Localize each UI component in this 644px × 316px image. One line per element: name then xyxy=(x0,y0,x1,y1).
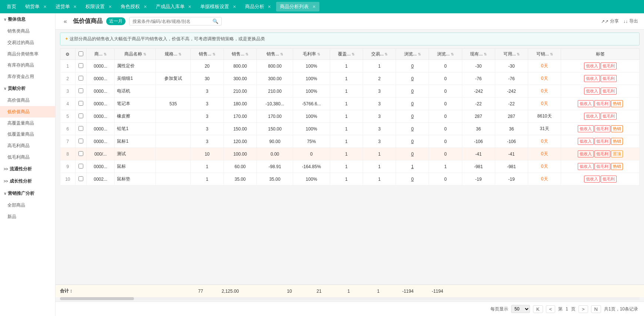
col-qty[interactable]: 销售... xyxy=(191,49,224,60)
sidebar-item-traded-products[interactable]: 交易过的商品 xyxy=(0,37,55,48)
first-page-button[interactable]: K xyxy=(533,305,543,313)
view1-link[interactable]: 0 xyxy=(411,152,414,157)
cell-checkbox[interactable] xyxy=(75,60,86,72)
nav-product-analysis-list[interactable]: 商品分析列表 ✕ xyxy=(276,2,319,11)
sidebar-item-all-products[interactable]: 全部商品 xyxy=(0,200,55,211)
close-icon[interactable]: ✕ xyxy=(268,4,271,9)
col-sellable[interactable]: 可销... xyxy=(528,49,561,60)
row-checkbox[interactable] xyxy=(78,76,83,81)
row-checkbox[interactable] xyxy=(78,176,83,181)
search-input[interactable] xyxy=(133,19,210,24)
sidebar-section-liquidity[interactable]: > 流通性分析 xyxy=(0,163,55,175)
col-margin[interactable]: 毛利率 xyxy=(293,49,330,60)
col-sales[interactable]: 销售... xyxy=(256,49,293,60)
nav-sales-order[interactable]: 销货单 ✕ xyxy=(21,2,50,11)
cell-checkbox[interactable] xyxy=(75,148,86,160)
cell-view1[interactable]: 0 xyxy=(396,72,429,85)
view1-link[interactable]: 0 xyxy=(411,64,414,69)
last-page-button[interactable]: N xyxy=(591,305,601,313)
cell-checkbox[interactable] xyxy=(75,173,86,186)
sidebar-item-low-margin[interactable]: 低毛利商品 xyxy=(0,152,55,163)
col-checkbox[interactable] xyxy=(75,49,86,60)
cell-view1[interactable]: 0 xyxy=(396,173,429,186)
sidebar-item-high-coverage[interactable]: 高覆盖量商品 xyxy=(0,118,55,129)
search-box[interactable] xyxy=(129,17,222,26)
view1-link[interactable]: 0 xyxy=(411,177,414,182)
row-checkbox[interactable] xyxy=(78,101,83,106)
close-icon[interactable]: ✕ xyxy=(233,4,236,9)
sidebar-item-stocked-products[interactable]: 有库存的商品 xyxy=(0,60,55,71)
row-checkbox[interactable] xyxy=(78,151,83,156)
close-icon[interactable]: ✕ xyxy=(144,4,147,9)
sidebar-section-contribution[interactable]: 贡献分析 xyxy=(0,82,55,95)
cell-checkbox[interactable] xyxy=(75,98,86,110)
col-current[interactable]: 现有... xyxy=(462,49,495,60)
sidebar-item-new-products[interactable]: 新品 xyxy=(0,211,55,222)
col-coverage[interactable]: 覆盖... xyxy=(330,49,363,60)
col-gear[interactable] xyxy=(60,49,76,60)
cell-view1[interactable]: 0 xyxy=(396,60,429,72)
select-all-checkbox[interactable] xyxy=(78,51,83,56)
gear-icon[interactable] xyxy=(66,52,70,57)
nav-permission[interactable]: 权限设置 ✕ xyxy=(82,2,115,11)
cell-view1[interactable]: 1 xyxy=(396,160,429,173)
cell-view1[interactable]: 0 xyxy=(396,110,429,123)
sidebar-item-low-coverage[interactable]: 低覆盖量商品 xyxy=(0,129,55,140)
col-trade[interactable]: 交易... xyxy=(363,49,396,60)
nav-product-inbound[interactable]: 产成品入库单 ✕ xyxy=(152,2,195,11)
cell-checkbox[interactable] xyxy=(75,123,86,135)
table-wrapper[interactable]: 商... 商品名称 规格... 销售... 销售... 销售... 毛利率 覆盖… xyxy=(56,48,644,284)
scrollbar-thumb[interactable] xyxy=(60,297,134,300)
row-checkbox[interactable] xyxy=(78,113,83,118)
nav-template-settings[interactable]: 单据模板设置 ✕ xyxy=(197,2,240,11)
cell-view1[interactable]: 0 xyxy=(396,85,429,98)
view1-link[interactable]: 1 xyxy=(411,164,414,169)
sidebar-section-growth[interactable]: > 成长性分析 xyxy=(0,175,55,187)
col-price[interactable]: 销售... xyxy=(224,49,256,60)
collapse-button[interactable]: « xyxy=(61,17,69,26)
nav-role-auth[interactable]: 角色授权 ✕ xyxy=(117,2,151,11)
sidebar-section-overall[interactable]: 整体信息 xyxy=(0,13,55,26)
sidebar-item-high-value[interactable]: 高价值商品 xyxy=(0,95,55,106)
next-page-button[interactable]: > xyxy=(578,305,588,313)
col-name[interactable]: 商品名称 xyxy=(115,49,156,60)
view1-link[interactable]: 0 xyxy=(411,139,414,144)
col-view2[interactable]: 浏览... xyxy=(429,49,462,60)
sidebar-item-category-rate[interactable]: 商品分类销售率 xyxy=(0,48,55,60)
time-badge[interactable]: 近一月 xyxy=(106,17,125,25)
sidebar-item-stock-capital[interactable]: 库存资金占用 xyxy=(0,71,55,82)
col-spec[interactable]: 规格... xyxy=(156,49,191,60)
close-icon[interactable]: ✕ xyxy=(108,4,112,9)
close-icon[interactable]: ✕ xyxy=(312,4,316,9)
close-icon[interactable]: ✕ xyxy=(73,4,77,9)
row-checkbox[interactable] xyxy=(78,88,83,93)
nav-product-analysis[interactable]: 商品分析 ✕ xyxy=(241,2,275,11)
share-button[interactable]: ↗ 分享 xyxy=(601,18,619,24)
prev-page-button[interactable]: < xyxy=(546,305,556,313)
nav-purchase-order[interactable]: 进货单 ✕ xyxy=(52,2,81,11)
close-icon[interactable]: ✕ xyxy=(188,4,191,9)
cell-checkbox[interactable] xyxy=(75,72,86,85)
cell-checkbox[interactable] xyxy=(75,110,86,123)
row-checkbox[interactable] xyxy=(78,126,83,131)
sidebar-item-high-margin[interactable]: 高毛利商品 xyxy=(0,140,55,152)
row-checkbox[interactable] xyxy=(78,63,83,68)
row-checkbox[interactable] xyxy=(78,139,83,143)
view1-link[interactable]: 0 xyxy=(411,89,414,94)
col-code[interactable]: 商... xyxy=(86,49,115,60)
per-page-select[interactable]: 50 100 200 xyxy=(511,305,530,313)
cell-view1[interactable]: 0 xyxy=(396,135,429,148)
sidebar-item-sales-products[interactable]: 销售类商品 xyxy=(0,26,55,37)
view1-link[interactable]: 0 xyxy=(411,76,414,81)
cell-checkbox[interactable] xyxy=(75,85,86,98)
sidebar-section-marketing[interactable]: 营销推广分析 xyxy=(0,187,55,200)
cell-view1[interactable]: 0 xyxy=(396,123,429,135)
cell-view1[interactable]: 0 xyxy=(396,98,429,110)
close-icon[interactable]: ✕ xyxy=(43,4,47,9)
view1-link[interactable]: 0 xyxy=(411,114,414,119)
col-available[interactable]: 可用... xyxy=(495,49,528,60)
cell-checkbox[interactable] xyxy=(75,160,86,173)
col-view1[interactable]: 浏览... xyxy=(396,49,429,60)
horizontal-scrollbar[interactable] xyxy=(60,297,640,300)
row-checkbox[interactable] xyxy=(78,164,83,169)
